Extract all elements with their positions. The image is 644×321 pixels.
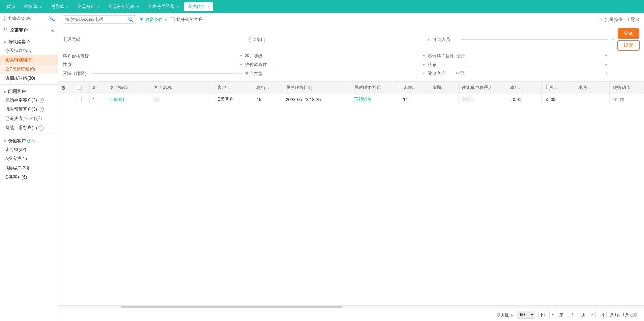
sidebar-overdue-contact[interactable]: 逾期未联络(30) bbox=[0, 74, 58, 83]
checkbox-icon: ☑ bbox=[599, 17, 603, 22]
value-customers-arrow[interactable]: ▼ bbox=[3, 139, 7, 143]
row-index: 1 bbox=[90, 94, 107, 105]
sidebar-search-bar: 🔍 bbox=[0, 13, 58, 24]
nav-home[interactable]: 首页 bbox=[3, 2, 19, 11]
col-customer-name: 客户名称 bbox=[151, 82, 214, 94]
section-problem-customers-header: ▼ 问题客户 bbox=[0, 86, 58, 96]
filter-scatter-attr-select[interactable]: 全部 ▾ bbox=[456, 52, 607, 60]
page-number-input[interactable] bbox=[566, 311, 579, 318]
sidebar-7day-contact[interactable]: 近7天待联络(0) bbox=[0, 65, 58, 74]
edit-icon[interactable]: ✎ bbox=[32, 139, 35, 144]
filter-status: 状态 ▾ bbox=[428, 62, 607, 68]
total-label: 共1页 1条记录 bbox=[610, 312, 638, 318]
query-button[interactable]: 查询 bbox=[618, 28, 639, 39]
filter-customer-grade-select[interactable]: ▾ bbox=[273, 53, 424, 59]
filter-payment-select[interactable]: ▾ bbox=[273, 62, 424, 68]
nav-purchase[interactable]: 进货单 × bbox=[47, 2, 72, 11]
prev-page-btn[interactable]: < bbox=[549, 311, 557, 318]
row-select-checkbox[interactable] bbox=[77, 97, 82, 101]
nav-product-analysis-close[interactable]: × bbox=[97, 5, 99, 9]
filter-dept-select[interactable]: ▾ bbox=[276, 37, 430, 42]
filter-price-grade-select[interactable]: ▾ bbox=[91, 53, 242, 59]
help-icon-4[interactable]: ? bbox=[39, 125, 44, 131]
filter-person-label: 分管人员 bbox=[433, 37, 458, 43]
gear-icon[interactable]: ⚙ bbox=[61, 85, 66, 91]
filter-customer-type-select[interactable]: ▾ bbox=[273, 70, 424, 76]
action-icons: 👁 ⊞ bbox=[613, 97, 641, 103]
help-icon-2[interactable]: ? bbox=[39, 107, 44, 112]
row-overdue bbox=[429, 94, 458, 105]
sidebar-class-c[interactable]: C类客户(6) bbox=[0, 173, 58, 182]
sidebar-ungrouped[interactable]: 未分组(32) bbox=[0, 145, 58, 154]
nav-customer-contact[interactable]: 客户联络 × bbox=[184, 2, 213, 11]
data-table-container: ⚙ # 客户编码 客户名称 客户... 联络... 最后联络日期 最后联络方式 … bbox=[58, 82, 644, 305]
horizontal-scrollbar[interactable] bbox=[58, 305, 644, 308]
content-area: 🔍 ▼ 更多条件 ∧ 我分管的客户 ☑ 批量操作 ↑ 导出 bbox=[58, 13, 644, 321]
filter-nature: 性质 ▾ bbox=[63, 62, 242, 68]
filter-phone-input[interactable] bbox=[91, 36, 245, 43]
per-page-select[interactable]: 50 20 100 bbox=[517, 311, 535, 319]
filter-nature-select[interactable]: ▾ bbox=[91, 62, 242, 68]
export-btn[interactable]: ↑ 导出 bbox=[627, 17, 640, 23]
problem-customers-arrow[interactable]: ▼ bbox=[3, 90, 7, 94]
sidebar-today-contact[interactable]: 今天待联络(0) bbox=[0, 46, 58, 55]
filter-status-select[interactable]: ▾ bbox=[456, 62, 607, 68]
next-page-btn[interactable]: > bbox=[588, 311, 596, 318]
collapse-icon[interactable]: « bbox=[51, 27, 54, 34]
action-grid-icon[interactable]: ⊞ bbox=[620, 97, 624, 103]
filter-region-label: 区域（地区） bbox=[63, 70, 89, 77]
sidebar-declining[interactable]: 持续下滑客户(2) ? bbox=[0, 123, 58, 132]
sidebar-churn-warning[interactable]: 流失预警客户(3) ? bbox=[0, 105, 58, 114]
row-customer-code[interactable]: 000021 bbox=[107, 94, 151, 105]
price-grade-arrow: ▾ bbox=[240, 54, 242, 58]
filter-bar-right: ☑ 批量操作 ↑ 导出 bbox=[599, 17, 640, 23]
nav-customer-layered[interactable]: 客户分层经营 × bbox=[144, 2, 182, 11]
export-label: 导出 bbox=[631, 17, 640, 23]
more-conditions-btn[interactable]: ▼ 更多条件 ∧ bbox=[139, 17, 167, 23]
last-page-btn[interactable]: >| bbox=[598, 311, 607, 318]
row-this-month bbox=[575, 94, 610, 105]
filter-customer-type: 客户类型 ▾ bbox=[245, 70, 424, 77]
nav-customer-contact-close[interactable]: × bbox=[207, 5, 210, 9]
filter-customer-grade: 客户等级 ▾ bbox=[245, 53, 424, 59]
sidebar-class-a[interactable]: A类客户(1) bbox=[0, 154, 58, 163]
pending-contact-arrow[interactable]: ▼ bbox=[3, 40, 7, 44]
filter-person-dots[interactable]: ··· bbox=[610, 37, 615, 42]
nav-product-analysis[interactable]: 商品分析 × bbox=[74, 2, 103, 11]
filter-price-grade: 客户价格等级 ▾ bbox=[63, 53, 242, 59]
nav-sales[interactable]: 销售单 × bbox=[21, 2, 46, 11]
row-last-contact-date: 2023-05-23 18:25: bbox=[283, 94, 351, 105]
batch-op-btn[interactable]: ☑ 批量操作 bbox=[599, 17, 623, 23]
sidebar-repurchase-abnormal[interactable]: 回购异常客户(2) ? bbox=[0, 96, 58, 105]
nav-sales-close[interactable]: × bbox=[40, 5, 42, 9]
my-customers-checkbox[interactable] bbox=[170, 17, 175, 22]
nav-product-analysis-list-close[interactable]: × bbox=[137, 5, 139, 9]
last-contact-method-link[interactable]: 下销货单 bbox=[354, 97, 372, 102]
more-conditions-label: 更多条件 bbox=[145, 17, 163, 23]
settings-button[interactable]: 设置 bbox=[617, 40, 640, 51]
first-page-btn[interactable]: |< bbox=[538, 311, 547, 318]
sidebar-churned[interactable]: 已流失客户(24) ? bbox=[0, 114, 58, 123]
filter-phone: 电话号码 bbox=[63, 36, 245, 43]
scrollbar-thumb[interactable] bbox=[121, 306, 342, 308]
sidebar-tomorrow-contact[interactable]: 明天待联络(1) bbox=[0, 55, 58, 65]
filter-region-dots[interactable]: ··· bbox=[238, 70, 242, 76]
nav-product-analysis-list[interactable]: 商品分析列表 × bbox=[105, 2, 143, 11]
more-conditions-arrow: ∧ bbox=[164, 18, 167, 22]
nav-customer-layered-close[interactable]: × bbox=[176, 5, 179, 9]
sidebar-search-input[interactable] bbox=[3, 16, 47, 21]
action-eye-icon[interactable]: 👁 bbox=[613, 97, 618, 103]
sidebar-search-icon[interactable]: 🔍 bbox=[49, 15, 55, 21]
filter-search-input[interactable] bbox=[65, 17, 126, 22]
filter-scatter-customer-select[interactable]: 全部 ▾ bbox=[456, 69, 607, 77]
sidebar-class-b[interactable]: B类客户(33) bbox=[0, 163, 58, 173]
sidebar-all-customers[interactable]: ⠿ 全部客户 « bbox=[0, 24, 58, 37]
nav-purchase-close[interactable]: × bbox=[66, 5, 69, 9]
refresh-icon[interactable]: ↺ bbox=[27, 138, 31, 144]
select-all-checkbox[interactable] bbox=[77, 85, 82, 90]
filter-payment: 收付款条件 ▾ bbox=[245, 62, 424, 68]
filter-search-icon[interactable]: 🔍 bbox=[127, 17, 134, 23]
help-icon-1[interactable]: ? bbox=[39, 98, 44, 103]
help-icon-3[interactable]: ? bbox=[36, 116, 42, 121]
col-not-contacted: 未联... bbox=[400, 82, 429, 94]
